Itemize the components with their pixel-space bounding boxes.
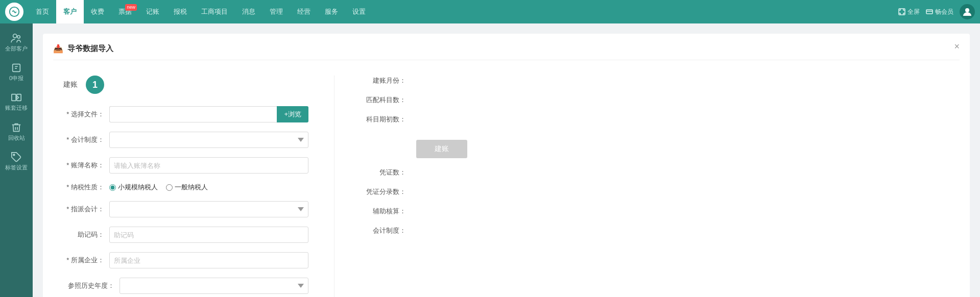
tax-type-radio-group: 小规模纳税人 一般纳税人 bbox=[109, 183, 208, 192]
tax-type-label: * 纳税性质： bbox=[63, 183, 109, 192]
sidebar-item-label: 标签设置 bbox=[5, 164, 28, 171]
svg-point-3 bbox=[965, 8, 969, 12]
nav-management[interactable]: 管理 bbox=[262, 0, 290, 23]
voucher-count-row: 凭证数： bbox=[360, 167, 523, 178]
file-input-group: +浏览 bbox=[109, 106, 308, 122]
accounting-system2-value bbox=[411, 226, 523, 236]
svg-point-5 bbox=[17, 36, 20, 39]
nav-settings[interactable]: 设置 bbox=[345, 0, 373, 23]
nav-fees[interactable]: 收费 bbox=[84, 0, 111, 23]
nav-tax[interactable]: 报税 bbox=[166, 0, 194, 23]
voucher-count-label: 凭证数： bbox=[360, 168, 411, 177]
voucher-count-value bbox=[411, 167, 523, 178]
ledger-name-input[interactable] bbox=[109, 157, 308, 174]
assign-accountant-label: * 指派会计： bbox=[63, 205, 109, 214]
memo-code-input[interactable] bbox=[109, 227, 308, 243]
file-label: * 选择文件： bbox=[63, 110, 109, 119]
file-row: * 选择文件： +浏览 bbox=[63, 106, 308, 122]
init-amount-label: 科目期初数： bbox=[360, 115, 411, 124]
file-input[interactable] bbox=[109, 106, 277, 122]
build-month-value bbox=[411, 76, 523, 86]
assign-accountant-select[interactable] bbox=[109, 201, 308, 217]
browse-button[interactable]: +浏览 bbox=[277, 106, 308, 122]
vip-button[interactable]: 畅会员 bbox=[926, 8, 953, 16]
ref-year-select[interactable] bbox=[119, 278, 308, 294]
radio-general-label: 一般纳税人 bbox=[175, 183, 208, 192]
svg-rect-7 bbox=[12, 94, 16, 101]
sidebar-item-trash[interactable]: 回收站 bbox=[1, 118, 32, 145]
svg-point-9 bbox=[13, 154, 15, 156]
radio-general-input[interactable] bbox=[166, 184, 173, 191]
nav-messages[interactable]: 消息 bbox=[235, 0, 262, 23]
voucher-entries-label: 凭证分录数： bbox=[360, 187, 411, 196]
accounting-system-label: * 会计制度： bbox=[63, 135, 109, 144]
ref-year-row: 参照历史年度： bbox=[63, 278, 308, 294]
close-button[interactable]: × bbox=[954, 42, 960, 51]
page-title: 导爷数据导入 bbox=[67, 44, 113, 54]
sidebar-item-label: 0申报 bbox=[9, 75, 23, 82]
nav-invoices[interactable]: 票据 new bbox=[111, 0, 139, 23]
step-header: 建账 1 bbox=[63, 76, 308, 94]
form-right: 建账月份： 匹配科目数： 科目期初数： 建账 bbox=[360, 76, 523, 297]
form-area: 建账 1 * 选择文件： +浏览 * 会计制度： bbox=[53, 70, 960, 297]
page-wrapper: 📥 导爷数据导入 × 建账 1 * 选择文件： bbox=[43, 34, 970, 297]
ref-year-label: 参照历史年度： bbox=[63, 281, 119, 290]
page-header: 📥 导爷数据导入 bbox=[53, 44, 960, 60]
company-row: * 所属企业： bbox=[63, 252, 308, 268]
top-navigation: 首页 客户 收费 票据 new 记账 报税 工商项目 消息 管理 经营 服务 设… bbox=[0, 0, 980, 23]
company-input[interactable] bbox=[109, 252, 308, 268]
company-label: * 所属企业： bbox=[63, 256, 109, 265]
nav-operations[interactable]: 经营 bbox=[290, 0, 318, 23]
tax-type-row: * 纳税性质： 小规模纳税人 一般纳税人 bbox=[63, 183, 308, 192]
build-btn-wrapper: 建账 bbox=[360, 140, 523, 158]
step-label: 建账 bbox=[63, 80, 78, 89]
aux-accounting-row: 辅助核算： bbox=[360, 206, 523, 216]
nav-home[interactable]: 首页 bbox=[29, 0, 56, 23]
ledger-name-label: * 账簿名称： bbox=[63, 161, 109, 170]
aux-accounting-value bbox=[411, 206, 523, 216]
init-amount-row: 科目期初数： bbox=[360, 114, 523, 125]
sidebar: 全部客户 0申报 账套迁移 回收站 bbox=[0, 23, 33, 297]
voucher-entries-value bbox=[411, 187, 523, 197]
nav-items: 首页 客户 收费 票据 new 记账 报税 工商项目 消息 管理 经营 服务 设… bbox=[29, 0, 898, 23]
sidebar-item-label: 回收站 bbox=[8, 135, 25, 141]
sidebar-item-zero-declare[interactable]: 0申报 bbox=[1, 58, 32, 86]
svg-rect-2 bbox=[926, 10, 933, 14]
aux-accounting-label: 辅助核算： bbox=[360, 207, 411, 216]
accounting-system2-label: 会计制度： bbox=[360, 226, 411, 235]
radio-small-scale[interactable]: 小规模纳税人 bbox=[109, 183, 158, 192]
match-subjects-value bbox=[411, 95, 523, 105]
nav-clients[interactable]: 客户 bbox=[56, 0, 84, 23]
fullscreen-button[interactable]: 全屏 bbox=[898, 8, 920, 16]
accounting-system2-row: 会计制度： bbox=[360, 226, 523, 236]
nav-bookkeeping[interactable]: 记账 bbox=[139, 0, 166, 23]
form-divider bbox=[334, 76, 334, 297]
nav-right-area: 全屏 畅会员 bbox=[898, 4, 975, 19]
radio-small-scale-label: 小规模纳税人 bbox=[118, 183, 158, 192]
nav-services[interactable]: 服务 bbox=[318, 0, 345, 23]
sidebar-item-all-clients[interactable]: 全部客户 bbox=[1, 29, 32, 56]
ledger-name-row: * 账簿名称： bbox=[63, 157, 308, 174]
user-avatar[interactable] bbox=[960, 4, 975, 19]
svg-point-4 bbox=[13, 34, 17, 38]
match-subjects-label: 匹配科目数： bbox=[360, 95, 411, 105]
nav-business-projects[interactable]: 工商项目 bbox=[194, 0, 235, 23]
svg-rect-6 bbox=[13, 64, 20, 72]
sidebar-item-migrate[interactable]: 账套迁移 bbox=[1, 88, 32, 115]
sidebar-item-label: 账套迁移 bbox=[5, 105, 28, 111]
accounting-system-select[interactable] bbox=[109, 132, 308, 148]
build-month-label: 建账月份： bbox=[360, 76, 411, 85]
voucher-entries-row: 凭证分录数： bbox=[360, 187, 523, 197]
sidebar-item-tags[interactable]: 标签设置 bbox=[1, 147, 32, 175]
app-logo bbox=[5, 3, 23, 21]
import-icon: 📥 bbox=[53, 44, 63, 54]
radio-small-scale-input[interactable] bbox=[109, 184, 116, 191]
match-subjects-row: 匹配科目数： bbox=[360, 95, 523, 105]
new-badge: new bbox=[125, 4, 137, 11]
assign-accountant-row: * 指派会计： bbox=[63, 201, 308, 217]
main-layout: 全部客户 0申报 账套迁移 回收站 bbox=[0, 23, 980, 297]
init-amount-value bbox=[411, 114, 523, 125]
svg-rect-1 bbox=[899, 9, 905, 15]
radio-general[interactable]: 一般纳税人 bbox=[166, 183, 208, 192]
build-account-button[interactable]: 建账 bbox=[416, 140, 467, 158]
